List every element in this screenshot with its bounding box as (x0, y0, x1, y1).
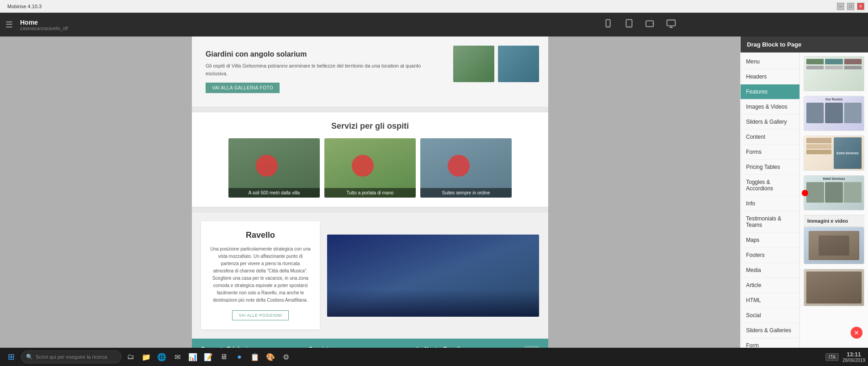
maximize-button[interactable]: □ (847, 3, 854, 10)
language-badge: ITA (826, 353, 839, 361)
garden-image-2 (498, 46, 539, 82)
category-article[interactable]: Article (741, 278, 799, 293)
taskbar-icon-3[interactable]: 🌐 (154, 350, 169, 364)
taskbar-icon-chrome[interactable]: ● (232, 350, 247, 364)
category-features[interactable]: Features (741, 84, 799, 99)
category-menu[interactable]: Menu (741, 54, 799, 69)
app-header: ☰ Home casevacanzaravello_off (0, 13, 868, 37)
taskbar-right: ITA 13:11 28/06/2019 (826, 351, 865, 363)
category-media[interactable]: Media (741, 263, 799, 278)
ravello-desc: Una posizione particolarmente strategica… (210, 246, 311, 304)
category-headers[interactable]: Headers (741, 69, 799, 84)
immagini-group-label: Immagini e video (804, 215, 864, 227)
ravello-cta-button[interactable]: VAI ALLE POSIZIONI (232, 310, 289, 320)
app-subtitle: casevacanzaravello_off (20, 26, 68, 31)
taskbar-icon-1[interactable]: 🗂 (123, 350, 138, 364)
thumb-immagini-2[interactable] (804, 269, 864, 306)
category-maps[interactable]: Maps (741, 233, 799, 248)
gardens-text: Giardini con angolo solarium Gli ospiti … (201, 46, 448, 98)
service-card-3-bg: Suites sempre in ordine (420, 138, 512, 198)
taskbar-icons: 🗂 📁 🌐 ✉ 📊 📝 🖥 ● 📋 🎨 ⚙ (123, 350, 293, 364)
search-icon: 🔍 (26, 354, 33, 360)
service-card-1-bg: A soli 500 metri dalla villa (228, 138, 320, 198)
viewport-desktop[interactable] (662, 17, 680, 33)
service-card-3[interactable]: Suites sempre in ordine (420, 138, 512, 198)
section-divider-2 (192, 207, 548, 212)
service-label-1: A soli 500 metri dalla villa (228, 188, 320, 198)
thumb-features-extra-services[interactable]: Extra Services (804, 136, 864, 171)
canvas-area[interactable]: Giardini con angolo solarium Gli ospiti … (0, 37, 740, 366)
minimize-button[interactable]: ─ (837, 3, 844, 10)
close-button[interactable]: ✕ (857, 3, 864, 10)
category-pricing-tables[interactable]: Pricing Tables (741, 160, 799, 175)
search-placeholder: Scrivi qui per eseguire la ricerca (36, 354, 107, 360)
category-toggles-accordions[interactable]: Toggles & Accordions (741, 175, 799, 196)
thumbnails-area[interactable]: Our Rooms (800, 52, 868, 366)
taskbar-icon-6[interactable]: 📝 (201, 350, 216, 364)
window-controls: ─ □ ✕ (837, 3, 864, 10)
service-dot-2 (352, 155, 374, 177)
category-social[interactable]: Social (741, 308, 799, 323)
category-html[interactable]: HTML (741, 293, 799, 308)
service-card-2[interactable]: Tutto a portata di mano (324, 138, 416, 198)
taskbar-icon-2[interactable]: 📁 (139, 350, 153, 364)
gardens-section: Giardini con angolo solarium Gli ospiti … (192, 37, 548, 107)
ravello-title: Ravello (210, 230, 311, 240)
category-content[interactable]: Content (741, 130, 799, 145)
services-title: Servizi per gli ospiti (201, 121, 539, 131)
panel-close-button[interactable]: ✕ (851, 327, 863, 339)
gardens-cta-button[interactable]: VAI ALLA GALLERIA FOTO (206, 83, 280, 93)
right-panel: Drag Block to Page Menu Headers Features… (740, 37, 868, 366)
taskbar-clock: 13:11 28/06/2019 (842, 351, 865, 363)
thumb-features-hotel-services-image: Hotel Services (804, 176, 864, 210)
category-sliders-galleries[interactable]: Sliders & Galleries (741, 323, 799, 338)
app-title-block: Home casevacanzaravello_off (20, 19, 68, 31)
app-title: Home (20, 19, 68, 26)
service-dot-1 (256, 155, 278, 177)
category-footers[interactable]: Footers (741, 248, 799, 263)
viewport-tablet-landscape[interactable] (641, 17, 659, 33)
thumb-features-our-rooms-image: Our Rooms (804, 96, 864, 131)
category-sliders-gallery[interactable]: Sliders & Gallery (741, 115, 799, 130)
taskbar: ⊞ 🔍 Scrivi qui per eseguire la ricerca 🗂… (0, 348, 868, 366)
viewport-controls (599, 17, 680, 33)
ravello-image (327, 235, 539, 317)
panel-body: Menu Headers Features Images & Videos Sl… (741, 52, 868, 366)
page-content: Giardini con angolo solarium Gli ospiti … (192, 37, 548, 366)
category-info[interactable]: Info (741, 196, 799, 211)
taskbar-icon-8[interactable]: 📋 (248, 350, 262, 364)
thumb-immagini-1-image (804, 227, 864, 264)
svg-rect-6 (667, 20, 675, 26)
service-dot-3 (448, 155, 470, 177)
category-images-videos[interactable]: Images & Videos (741, 99, 799, 115)
thumb-features-staff[interactable] (804, 56, 864, 91)
category-list: Menu Headers Features Images & Videos Sl… (741, 52, 800, 366)
taskbar-icon-10[interactable]: ⚙ (279, 350, 293, 364)
window-title: Mobirise 4.10.3 (4, 4, 42, 9)
svg-point-5 (652, 23, 653, 24)
thumb-features-hotel-services[interactable]: Hotel Services (804, 175, 864, 210)
thumb-immagini-1[interactable] (804, 227, 864, 264)
thumb-features-staff-image (804, 57, 864, 91)
taskbar-icon-9[interactable]: 🎨 (263, 350, 278, 364)
service-card-1[interactable]: A soli 500 metri dalla villa (228, 138, 320, 198)
start-button[interactable]: ⊞ (3, 349, 19, 365)
svg-point-3 (629, 26, 630, 26)
thumb-features-our-rooms[interactable]: Our Rooms (804, 96, 864, 131)
taskbar-icon-5[interactable]: 📊 (185, 350, 200, 364)
ravello-section: Ravello Una posizione particolarmente st… (192, 212, 548, 339)
ravello-text: Ravello Una posizione particolarmente st… (201, 221, 320, 329)
taskbar-search[interactable]: 🔍 Scrivi qui per eseguire la ricerca (21, 350, 122, 363)
viewport-tablet[interactable] (620, 17, 638, 33)
taskbar-icon-7[interactable]: 🖥 (217, 350, 231, 364)
hamburger-menu[interactable]: ☰ (5, 20, 13, 30)
main-layout: Giardini con angolo solarium Gli ospiti … (0, 37, 868, 366)
viewport-mobile[interactable] (599, 17, 617, 33)
taskbar-icon-4[interactable]: ✉ (170, 350, 185, 364)
service-label-2: Tutto a portata di mano (324, 188, 416, 198)
category-testimonials-teams[interactable]: Testimonials & Teams (741, 211, 799, 233)
services-section: Servizi per gli ospiti A soli 500 metri … (192, 112, 548, 207)
category-forms[interactable]: Forms (741, 145, 799, 160)
section-divider-1 (192, 107, 548, 112)
thumb-immagini-2-image (804, 269, 864, 306)
